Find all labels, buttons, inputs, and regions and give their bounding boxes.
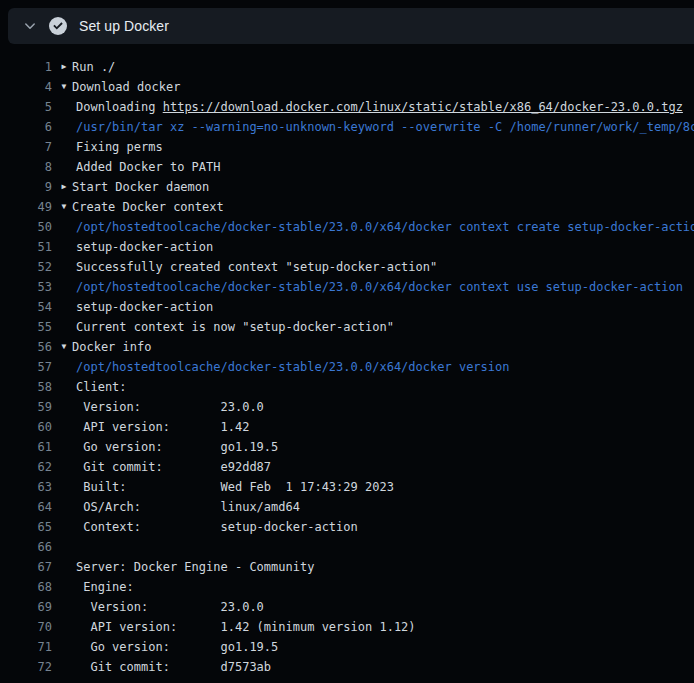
log-line: 64 OS/Arch: linux/amd64: [0, 497, 694, 517]
line-number[interactable]: 7: [0, 137, 52, 157]
log-text: Git commit: d7573ab: [76, 657, 271, 677]
log-line: 62 Git commit: e92dd87: [0, 457, 694, 477]
line-number[interactable]: 72: [0, 657, 52, 677]
line-number[interactable]: 4: [0, 77, 52, 97]
log-text: Downloading https://download.docker.com/…: [76, 97, 683, 117]
line-number[interactable]: 50: [0, 217, 52, 237]
log-command-text: /opt/hostedtoolcache/docker-stable/23.0.…: [76, 357, 509, 377]
log-text: Built: Wed Feb 1 17:43:29 2023: [76, 477, 394, 497]
log-text: setup-docker-action: [76, 297, 213, 317]
log-group-toggle[interactable]: ▶Start Docker daemon: [52, 177, 209, 197]
group-collapsed-icon[interactable]: ▶: [58, 57, 70, 77]
log-text: Version: 23.0.0: [76, 597, 264, 617]
log-group-title: Start Docker daemon: [72, 177, 209, 197]
log-line: 7Fixing perms: [0, 137, 694, 157]
log-command-text: /opt/hostedtoolcache/docker-stable/23.0.…: [76, 217, 694, 237]
log-text: Git commit: e92dd87: [76, 457, 271, 477]
line-number[interactable]: 65: [0, 517, 52, 537]
line-number[interactable]: 58: [0, 377, 52, 397]
line-number[interactable]: 9: [0, 177, 52, 197]
log-text: Successfully created context "setup-dock…: [76, 257, 437, 277]
log-line: 66: [0, 537, 694, 557]
line-number[interactable]: 6: [0, 117, 52, 137]
line-number[interactable]: 54: [0, 297, 52, 317]
log-lines: 1▶Run ./4▼Download docker5Downloading ht…: [0, 44, 694, 683]
log-text: Server: Docker Engine - Community: [76, 557, 314, 577]
check-circle-success-icon: [49, 17, 67, 35]
log-text-prefix: Downloading: [76, 100, 163, 114]
group-expanded-icon[interactable]: ▼: [58, 337, 70, 357]
log-line: 51setup-docker-action: [0, 237, 694, 257]
log-line: 8Added Docker to PATH: [0, 157, 694, 177]
log-link[interactable]: https://download.docker.com/linux/static…: [163, 100, 683, 114]
log-line: 54setup-docker-action: [0, 297, 694, 317]
log-line: 60 API version: 1.42: [0, 417, 694, 437]
line-number[interactable]: 56: [0, 337, 52, 357]
log-line: 58Client:: [0, 377, 694, 397]
log-text: Go version: go1.19.5: [76, 437, 278, 457]
log-text: Engine:: [76, 577, 134, 597]
log-group-toggle[interactable]: ▼Docker info: [52, 337, 151, 357]
line-number[interactable]: 57: [0, 357, 52, 377]
line-number[interactable]: 5: [0, 97, 52, 117]
log-text: Context: setup-docker-action: [76, 517, 358, 537]
log-line: 71 Go version: go1.19.5: [0, 637, 694, 657]
log-group-toggle[interactable]: ▶Run ./: [52, 57, 115, 77]
log-line: 56▼Docker info: [0, 337, 694, 357]
chevron-down-icon[interactable]: [22, 18, 38, 34]
log-command-text: /opt/hostedtoolcache/docker-stable/23.0.…: [76, 277, 683, 297]
log-line: 70 API version: 1.42 (minimum version 1.…: [0, 617, 694, 637]
log-text: Go version: go1.19.5: [76, 637, 278, 657]
log-line: 67Server: Docker Engine - Community: [0, 557, 694, 577]
line-number[interactable]: 63: [0, 477, 52, 497]
log-text: Current context is now "setup-docker-act…: [76, 317, 394, 337]
line-number[interactable]: 55: [0, 317, 52, 337]
line-number[interactable]: 1: [0, 57, 52, 77]
log-text: Added Docker to PATH: [76, 157, 221, 177]
line-number[interactable]: 60: [0, 417, 52, 437]
log-text: API version: 1.42: [76, 417, 249, 437]
log-text: API version: 1.42 (minimum version 1.12): [76, 617, 416, 637]
log-line: 69 Version: 23.0.0: [0, 597, 694, 617]
step-title: Set up Docker: [79, 18, 169, 34]
line-number[interactable]: 64: [0, 497, 52, 517]
log-group-title: Download docker: [72, 77, 180, 97]
group-expanded-icon[interactable]: ▼: [58, 77, 70, 97]
log-line: 57/opt/hostedtoolcache/docker-stable/23.…: [0, 357, 694, 377]
group-collapsed-icon[interactable]: ▶: [58, 177, 70, 197]
log-line: 52Successfully created context "setup-do…: [0, 257, 694, 277]
group-expanded-icon[interactable]: ▼: [58, 197, 70, 217]
line-number[interactable]: 51: [0, 237, 52, 257]
line-number[interactable]: 8: [0, 157, 52, 177]
log-group-title: Create Docker context: [72, 197, 224, 217]
log-group-toggle[interactable]: ▼Download docker: [52, 77, 180, 97]
log-line: 1▶Run ./: [0, 57, 694, 77]
line-number[interactable]: 53: [0, 277, 52, 297]
log-line: 59 Version: 23.0.0: [0, 397, 694, 417]
line-number[interactable]: 59: [0, 397, 52, 417]
line-number[interactable]: 68: [0, 577, 52, 597]
line-number[interactable]: 67: [0, 557, 52, 577]
log-text: Client:: [76, 377, 127, 397]
line-number[interactable]: 70: [0, 617, 52, 637]
log-line: 53/opt/hostedtoolcache/docker-stable/23.…: [0, 277, 694, 297]
line-number[interactable]: 52: [0, 257, 52, 277]
log-group-title: Run ./: [72, 57, 115, 77]
line-number[interactable]: 71: [0, 637, 52, 657]
line-number[interactable]: 66: [0, 537, 52, 557]
line-number[interactable]: 49: [0, 197, 52, 217]
log-line: 6/usr/bin/tar xz --warning=no-unknown-ke…: [0, 117, 694, 137]
log-command-text: /usr/bin/tar xz --warning=no-unknown-key…: [76, 117, 694, 137]
log-group-toggle[interactable]: ▼Create Docker context: [52, 197, 224, 217]
log-text: OS/Arch: linux/amd64: [76, 497, 300, 517]
line-number[interactable]: 69: [0, 597, 52, 617]
step-header[interactable]: Set up Docker: [8, 8, 694, 44]
log-line: 65 Context: setup-docker-action: [0, 517, 694, 537]
log-group-title: Docker info: [72, 337, 151, 357]
log-line: 9▶Start Docker daemon: [0, 177, 694, 197]
log-line: 55Current context is now "setup-docker-a…: [0, 317, 694, 337]
line-number[interactable]: 62: [0, 457, 52, 477]
line-number[interactable]: 61: [0, 437, 52, 457]
log-line: 50/opt/hostedtoolcache/docker-stable/23.…: [0, 217, 694, 237]
log-text: Fixing perms: [76, 137, 163, 157]
